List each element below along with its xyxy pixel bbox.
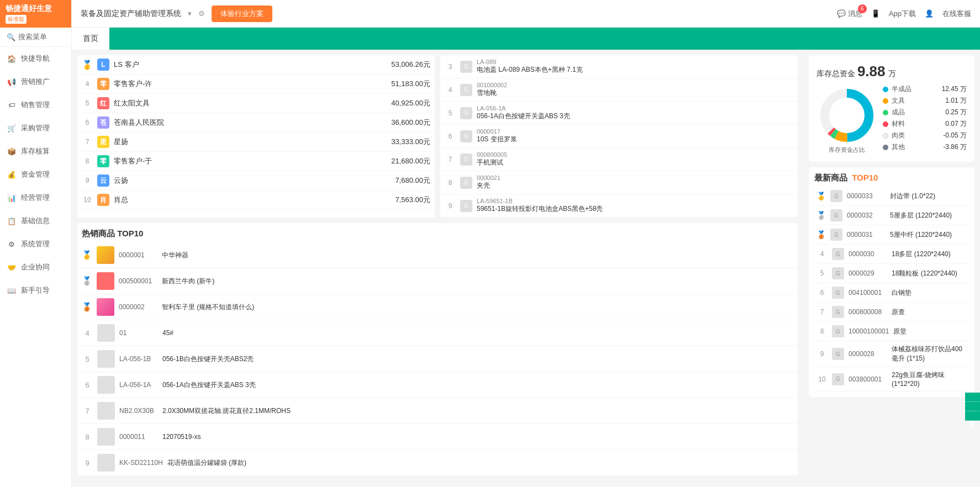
legend-dot-4 <box>883 133 888 139</box>
inventory-icon: 📦 <box>7 146 17 156</box>
sidebar-item-system[interactable]: ⚙ 系统管理 <box>0 232 71 256</box>
sidebar-item-purchase[interactable]: 🛒 采购管理 <box>0 117 71 140</box>
float-btn-community[interactable]: 服务社区 <box>965 402 980 411</box>
hot-product-code-4: 01 <box>119 329 158 337</box>
customer-badge-2: 零 <box>97 78 109 90</box>
float-btn-live[interactable]: 直播 <box>965 411 980 421</box>
new-product-6: 6 G 004100001 白钢垫 <box>814 283 969 303</box>
product-icon-6: G <box>460 130 472 142</box>
hot-product-3: 🥉 0000002 智利车子里 (规格不知道填什么) <box>77 294 798 320</box>
hot-product-name-8: 12070519-xs <box>162 433 793 441</box>
inventory-card: 库存总资金 9.88 万 <box>809 55 974 162</box>
rank-8: 8 <box>82 433 93 441</box>
product-icon-4: G <box>460 84 472 96</box>
medal-gold-icon: 🥇 <box>82 60 93 70</box>
online-service-label[interactable]: 在线客服 <box>942 9 971 19</box>
top-section-container: 🥇 L LS 客户 53,006.26元 4 零 零售客户-许 51,183.0… <box>77 55 798 218</box>
product-name-5: 056-1A白色按键开关盖ABS 3壳 <box>477 112 793 121</box>
new-rank-7: 7 <box>816 308 828 316</box>
sidebar-item-label: 基础信息 <box>21 216 50 226</box>
system-icon: ⚙ <box>7 239 17 249</box>
new-product-10: 10 G 003800001 22g鱼豆腐-烧烤味 (1*12*20) <box>814 367 969 391</box>
operations-icon: 📊 <box>7 193 17 203</box>
settings-gear-icon[interactable]: ⚙ <box>198 9 205 18</box>
sidebar-item-sales[interactable]: 🏷 销售管理 <box>0 93 71 117</box>
hot-medal-bronze: 🥉 <box>82 302 92 312</box>
product-name-9: 59651-1B旋转投影灯电池盒ABS黑色+58壳 <box>477 204 793 214</box>
hot-product-6: 6 LA-056-1A 056-1A白色按键开关盖ABS 3壳 <box>77 372 798 398</box>
product-name-8: 夹壳 <box>477 181 793 190</box>
content-area: 🥇 L LS 客户 53,006.26元 4 零 零售客户-许 51,183.0… <box>72 50 980 487</box>
sidebar-item-label: 新手引导 <box>21 285 50 295</box>
new-rank-5: 5 <box>816 269 828 277</box>
hot-product-8: 8 0000011 12070519-xs <box>77 424 798 450</box>
customer-name-1: LS 客户 <box>114 60 387 70</box>
tab-home[interactable]: 首页 <box>72 28 109 50</box>
sidebar-item-guide[interactable]: 📖 新手引导 <box>0 279 71 302</box>
customer-value-7: 7,680.00元 <box>395 176 430 186</box>
customer-name-8: 肖总 <box>114 195 391 205</box>
rank-num-p7: 7 <box>445 156 456 163</box>
product-code-6: 0000017 <box>477 128 793 135</box>
search-icon: 🔍 <box>7 33 15 41</box>
legend-item-5: 其他 -3.86 万 <box>883 142 967 152</box>
new-product-code-6: 004100001 <box>849 289 887 297</box>
customer-value-2: 51,183.00元 <box>391 79 430 89</box>
new-product-code-2: 0000032 <box>847 211 886 219</box>
sidebar-item-marketing[interactable]: 📢 营销推广 <box>0 70 71 93</box>
new-product-name-10: 22g鱼豆腐-烧烤味 (1*12*20) <box>892 370 967 388</box>
app-download-icon: 📱 <box>871 9 880 18</box>
sidebar-item-finance[interactable]: 💰 资金管理 <box>0 163 71 186</box>
dropdown-arrow-icon[interactable]: ▾ <box>188 9 192 18</box>
product-name-4: 雪地靴 <box>477 88 793 98</box>
rank-num-p9: 9 <box>445 202 456 210</box>
hot-product-code-2: 000500001 <box>119 277 157 285</box>
hot-product-code-8: 0000011 <box>119 433 158 441</box>
hot-medal-gold: 🥇 <box>82 250 92 260</box>
sidebar-item-label: 资金管理 <box>21 170 50 179</box>
sidebar-item-cooperation[interactable]: 🤝 企业协同 <box>0 256 71 279</box>
customer-row-1: 🥇 L LS 客户 53,006.26元 <box>77 55 435 75</box>
legend-name-0: 半成品 <box>892 84 939 94</box>
float-btn-service[interactable]: 客服热线 <box>965 393 980 402</box>
new-product-icon-6: G <box>832 287 844 299</box>
customer-value-5: 33,333.00元 <box>391 137 430 147</box>
new-product-name-7: 原查 <box>892 308 967 317</box>
hot-product-img-5 <box>97 350 115 368</box>
rank-num-4: 4 <box>82 80 93 88</box>
sidebar-item-quick-nav[interactable]: 🏠 快捷导航 <box>0 47 71 70</box>
sidebar-item-label: 企业协同 <box>21 262 50 272</box>
product-icon-5: G <box>460 107 472 119</box>
product-name-3: 电池盖 LA-089 ABS本色+黑种 7.1克 <box>477 65 793 75</box>
app-download-label[interactable]: App下载 <box>889 9 916 19</box>
sidebar-search[interactable]: 🔍 搜索菜单 <box>0 28 71 47</box>
sidebar-item-operations[interactable]: 📊 经营管理 <box>0 186 71 209</box>
trial-btn[interactable]: 体验行业方案 <box>212 6 272 22</box>
inventory-title: 库存总资金 9.88 万 <box>816 63 967 80</box>
new-product-code-10: 003800001 <box>849 375 887 383</box>
hot-product-name-5: 056-1B白色按键开关壳ABS2壳 <box>162 354 793 364</box>
product-code-4: 001000002 <box>477 82 793 88</box>
top-bar-right: 💬 6 消息 📱 App下载 👤 在线客服 <box>837 9 971 19</box>
product-icon-8: G <box>460 177 472 189</box>
rank-num-7: 7 <box>82 138 93 146</box>
sidebar-item-basic-info[interactable]: 📋 基础信息 <box>0 209 71 232</box>
hot-product-name-4: 45# <box>162 329 793 337</box>
customer-badge-5: 星 <box>97 136 109 148</box>
sidebar-item-inventory[interactable]: 📦 库存核算 <box>0 140 71 163</box>
top-bar: 装备及固定资产辅助管理系统 ▾ ⚙ 体验行业方案 💬 6 消息 📱 App下载 … <box>72 0 980 28</box>
notification-icon: 💬 <box>837 9 846 18</box>
new-product-icon-10: G <box>832 373 844 385</box>
legend-dot-0 <box>883 87 888 92</box>
hot-products-title: 热销商品 TOP10 <box>77 223 798 242</box>
customer-badge-1: L <box>97 59 109 71</box>
product-icon-3: G <box>460 61 472 73</box>
inventory-unit: 万 <box>888 69 896 78</box>
new-product-icon-2: G <box>830 209 842 221</box>
legend-value-4: -0.05 万 <box>943 131 967 140</box>
guide-icon: 📖 <box>7 285 17 295</box>
customer-row-5: 7 星 星扬 33,333.00元 <box>77 133 435 152</box>
product-row-3: 3 G LA-089 电池盖 LA-089 ABS本色+黑种 7.1克 <box>440 55 798 78</box>
customer-row-7: 9 云 云扬 7,680.00元 <box>77 171 435 190</box>
notification-area[interactable]: 💬 6 消息 <box>837 9 862 19</box>
